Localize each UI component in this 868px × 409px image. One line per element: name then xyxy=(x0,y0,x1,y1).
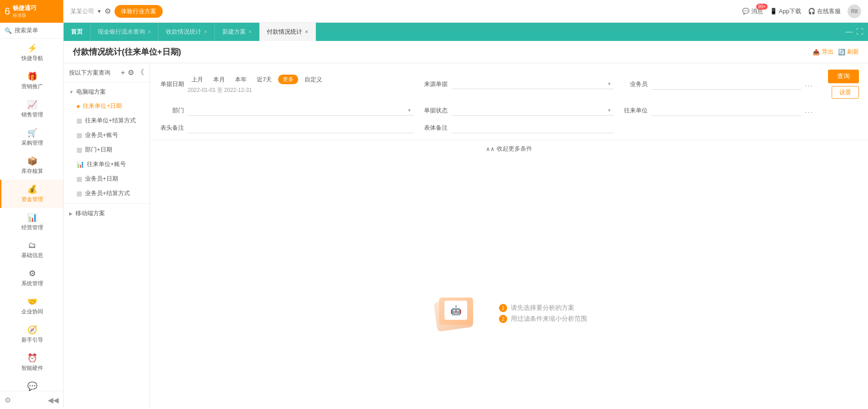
note-header-input[interactable] xyxy=(188,122,414,133)
scheme-settings-btn[interactable]: ⚙ xyxy=(128,68,134,77)
search-label: 搜索菜单 xyxy=(15,26,38,35)
app-title: 某某公司 xyxy=(70,7,94,15)
dept-select-arrow: ▾ xyxy=(408,107,411,113)
scheme-desktop-header[interactable]: ▼ 电脑端方案 xyxy=(64,85,150,99)
note-body-input[interactable] xyxy=(451,122,614,133)
sidebar-settings-btn[interactable]: ⚙ xyxy=(5,396,11,404)
sidebar-item-marketing[interactable]: 🎁 营销推广 xyxy=(0,67,63,95)
scheme-item-icon-staff-account: ▦ xyxy=(76,131,82,139)
empty-illustration: 🤖 xyxy=(431,291,485,336)
date-option-last-month[interactable]: 上月 xyxy=(188,75,207,85)
scheme-item-icon-unit-account: 📊 xyxy=(76,161,84,168)
sidebar-item-label: 快捷导航 xyxy=(21,55,43,62)
date-option-custom[interactable]: 自定义 xyxy=(301,75,326,85)
scheme-item-dept-date[interactable]: ▦ 部门+日期 xyxy=(64,142,150,157)
notice-item[interactable]: 💬 消息 99+ xyxy=(742,7,763,15)
filter-actions: 查询 设置 xyxy=(823,70,859,99)
filter-item-dept: 部门 ▾ xyxy=(159,106,414,116)
scheme-mobile-header[interactable]: ▶ 移动端方案 xyxy=(64,207,150,220)
app-download-item[interactable]: 📱 App下载 xyxy=(770,7,801,15)
tab-payment-stats-label: 付款情况统计 xyxy=(267,28,302,36)
sidebar-collapse-btn[interactable]: ◀◀ xyxy=(48,396,59,404)
basic-info-icon: 🗂 xyxy=(28,241,36,250)
scheme-collapse-btn[interactable]: 《 xyxy=(137,68,144,77)
unit-label: 往来单位 xyxy=(623,106,648,115)
online-service-item[interactable]: 🎧 在线客服 xyxy=(808,7,841,15)
unit-input[interactable] xyxy=(651,105,801,116)
tab-bank-flow[interactable]: 现金银行流水查询 × xyxy=(90,23,159,41)
staff-dots[interactable]: ... xyxy=(805,80,813,88)
scheme-item-unit-account[interactable]: 📊 往来单位+账号 xyxy=(64,157,150,172)
scheme-item-label-staff-date: 业务员+日期 xyxy=(85,175,118,183)
sidebar-item-label: 库存核算 xyxy=(21,167,43,175)
doc-status-select[interactable]: ▾ xyxy=(451,106,614,116)
dept-select[interactable]: ▾ xyxy=(188,106,414,116)
sidebar-item-quick-nav[interactable]: ⚡ 快捷导航 xyxy=(0,39,63,67)
unit-dots[interactable]: ... xyxy=(805,106,813,115)
date-option-7days[interactable]: 近7天 xyxy=(253,75,275,85)
app-download-label: App下载 xyxy=(779,7,801,15)
header-dropdown-icon[interactable]: ▾ xyxy=(98,8,101,15)
sidebar-search[interactable]: 🔍 搜索菜单 xyxy=(0,23,63,39)
scheme-add-btn[interactable]: + xyxy=(121,69,125,77)
scheme-panel-title: 按以下方案查询 xyxy=(69,69,110,77)
tab-payment-stats[interactable]: 付款情况统计 × xyxy=(259,23,316,41)
tab-bank-flow-close[interactable]: × xyxy=(148,29,151,35)
top-header: 某某公司 ▾ ⚙ 体验行业方案 💬 消息 99+ 📱 App下载 🎧 在线客服 … xyxy=(64,0,868,23)
filter-rows: 单据日期 上月 本月 本年 近7天 更多 自定义 xyxy=(150,63,868,140)
export-button[interactable]: 📤 导出 xyxy=(813,48,833,56)
query-button[interactable]: 查询 xyxy=(828,70,859,83)
user-avatar[interactable]: Rit xyxy=(848,5,861,18)
tab-bar: 首页 现金银行流水查询 × 收款情况统计 × 新建方案 × 付款情况统计 × —… xyxy=(64,23,868,41)
sidebar-item-enterprise[interactable]: 🤝 企业协同 xyxy=(0,292,63,320)
tab-new-scheme[interactable]: 新建方案 × xyxy=(215,23,259,41)
trial-button[interactable]: 体验行业方案 xyxy=(115,5,163,18)
sidebar-item-inventory[interactable]: 📦 库存核算 xyxy=(0,151,63,180)
source-select[interactable]: ▾ xyxy=(451,79,614,89)
tab-payment-stats-close[interactable]: × xyxy=(305,29,308,35)
filter-item-note-body: 表体备注 xyxy=(423,122,614,133)
tab-new-scheme-label: 新建方案 xyxy=(222,28,246,36)
sidebar-item-label: 销售管理 xyxy=(21,111,43,119)
sidebar-item-weixin[interactable]: 💬 企业微信 xyxy=(0,377,63,391)
header-right: 💬 消息 99+ 📱 App下载 🎧 在线客服 Rit xyxy=(742,5,861,18)
header-settings-icon[interactable]: ⚙ xyxy=(105,7,111,15)
sidebar-item-sales[interactable]: 📈 销售管理 xyxy=(0,95,63,123)
scheme-item-unit-date[interactable]: ● 往来单位+日期 xyxy=(64,99,150,113)
sidebar-item-purchase[interactable]: 🛒 采购管理 xyxy=(0,123,63,151)
operation-icon: 📊 xyxy=(27,212,37,222)
refresh-label: 刷新 xyxy=(847,48,859,56)
staff-input[interactable] xyxy=(651,79,801,90)
sidebar-item-hardware[interactable]: ⏰ 智能硬件 xyxy=(0,348,63,377)
sidebar-item-basic-info[interactable]: 🗂 基础信息 xyxy=(0,236,63,264)
scheme-item-staff-account[interactable]: ▦ 业务员+账号 xyxy=(64,128,150,142)
tab-home[interactable]: 首页 xyxy=(64,23,90,41)
source-select-arrow: ▾ xyxy=(608,81,611,87)
sidebar-item-system[interactable]: ⚙ 系统管理 xyxy=(0,264,63,292)
refresh-button[interactable]: 🔄 刷新 xyxy=(838,48,859,56)
tab-receivable-close[interactable]: × xyxy=(204,29,207,35)
scheme-item-label-unit-account: 往来单位+账号 xyxy=(87,160,126,168)
date-option-more[interactable]: 更多 xyxy=(278,75,298,84)
collapse-button[interactable]: ∧∧ 收起更多条件 xyxy=(486,145,532,153)
sidebar-item-label: 系统管理 xyxy=(21,280,43,288)
tab-new-scheme-close[interactable]: × xyxy=(249,29,252,35)
tab-expand-btn[interactable]: ⛶ xyxy=(856,28,863,36)
settings-button[interactable]: 设置 xyxy=(832,86,859,99)
empty-tip-1-text: 请先选择要分析的方案 xyxy=(511,304,574,312)
date-option-this-month[interactable]: 本月 xyxy=(210,75,229,85)
sidebar-item-label: 采购管理 xyxy=(21,139,43,147)
tab-receivable[interactable]: 收款情况统计 × xyxy=(159,23,215,41)
scheme-item-staff-payment[interactable]: ▦ 业务员+结算方式 xyxy=(64,186,150,201)
tab-minimize-btn[interactable]: — xyxy=(845,28,853,36)
sidebar-item-guide[interactable]: 🧭 新手引导 xyxy=(0,320,63,348)
online-service-label: 在线客服 xyxy=(817,7,841,15)
date-option-this-year[interactable]: 本年 xyxy=(231,75,250,85)
scheme-item-unit-payment[interactable]: ▦ 往来单位+结算方式 xyxy=(64,113,150,128)
staff-label: 业务员 xyxy=(623,80,648,88)
sidebar-item-fund[interactable]: 💰 资金管理 xyxy=(0,180,63,208)
search-icon: 🔍 xyxy=(5,27,12,34)
sidebar-item-operation[interactable]: 📊 经营管理 xyxy=(0,208,63,236)
scheme-item-staff-date[interactable]: ▦ 业务员+日期 xyxy=(64,172,150,186)
scheme-panel-tools: + ⚙ 《 xyxy=(121,68,144,77)
